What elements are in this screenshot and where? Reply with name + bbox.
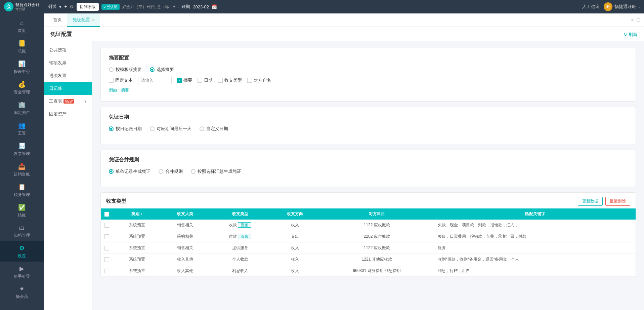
page-header: 凭证配置 ↻ 刷新: [44, 27, 644, 41]
window-maximize-icon[interactable]: □: [637, 17, 640, 23]
radio-single[interactable]: 单条记录生成凭证: [109, 168, 151, 175]
radio-summary-gen-circle: [191, 169, 196, 174]
sidebar-item-fixed-asset[interactable]: 🏢 固定资产: [0, 98, 44, 118]
merge-title: 凭证合并规则: [109, 157, 628, 163]
sidebar-item-tax[interactable]: 📋 税务管理: [0, 180, 44, 200]
cell-keywords: 项目，日常费用，报销款，车费，承兑汇票，付款: [434, 231, 636, 242]
topbar-plus[interactable]: +: [64, 4, 67, 10]
page-content: 凭证配置 ↻ 刷新 公共选项 销项发票 进项发票: [44, 27, 644, 310]
topbar-right: 人工咨询 旺 畅捷通旺旺...: [582, 2, 640, 11]
row-checkbox-0[interactable]: [104, 223, 109, 228]
fixed-text-input[interactable]: [138, 77, 172, 84]
refresh-btn[interactable]: ↻ 刷新: [624, 32, 637, 38]
nav-item-purchase-invoice[interactable]: 进项发票: [44, 69, 92, 82]
radio-template[interactable]: 按模板版摘要: [109, 67, 142, 73]
table-row: 系统预置采购相关付款 置顶支出2202 应付账款项目，日常费用，报销款，车费，承…: [101, 231, 636, 242]
check-fixed-text[interactable]: 固定文本: [109, 77, 133, 83]
cell-big-category: 收入其他: [161, 265, 209, 277]
row-checkbox-1[interactable]: [104, 234, 109, 239]
sidebar-item-archive[interactable]: 🗂 归档管理: [0, 221, 44, 241]
col-check[interactable]: [101, 208, 113, 220]
sidebar-label-settle: 结账: [18, 212, 26, 218]
nav-item-sales-invoice[interactable]: 销项发票: [44, 56, 92, 69]
product-tags: 好会计（专）+好生意（标）+...: [122, 4, 179, 10]
user-info[interactable]: 旺 畅捷通旺旺...: [604, 2, 640, 11]
topbar-settings-icon[interactable]: ⚙: [70, 4, 74, 9]
radio-custom-date[interactable]: 自定义日期: [200, 126, 228, 132]
sidebar-label-salary: 工资: [18, 130, 26, 136]
radio-single-circle: [109, 169, 114, 174]
sidebar-label-archive: 归档管理: [14, 233, 30, 238]
table-row: 系统预置收入其他个人收款收入1221 其他应收款收到*借款，收到*备用金，退回*…: [101, 254, 636, 265]
cell-keywords: 服务: [434, 242, 636, 254]
sidebar-item-settle[interactable]: ✅ 结账: [0, 200, 44, 221]
nav-item-public[interactable]: 公共选项: [44, 44, 92, 56]
check-income-type[interactable]: 收支类型: [218, 77, 242, 83]
calendar-icon[interactable]: 📅: [212, 4, 217, 9]
table-row: 系统预置销售相关收款 置顶收入1122 应收账款欠款，现金，项目款，到款，报销款…: [101, 220, 636, 231]
tab-bar: 首页 凭证配置 × × □: [44, 13, 644, 27]
tab-home[interactable]: 首页: [48, 13, 67, 27]
topbar-center: 测试 ▾ + ⚙ 切到旧版 ✓已认证 好会计（专）+好生意（标）+... 账期 …: [48, 3, 582, 11]
radio-merge[interactable]: 合并规则: [159, 168, 183, 175]
topbar: 会 畅捷通好会计 专业版 测试 ▾ + ⚙ 切到旧版 ✓已认证 好会计（专）+好…: [0, 0, 644, 13]
row-checkbox-2[interactable]: [104, 246, 109, 250]
radio-journal-date[interactable]: 按日记账日期: [109, 126, 142, 132]
sidebar-item-ledger[interactable]: 📒 总账: [0, 36, 44, 57]
switch-version-btn[interactable]: 切到旧版: [77, 3, 99, 11]
delete-btn[interactable]: 批量删除: [605, 197, 630, 206]
cell-category: 系统预置: [113, 220, 161, 231]
user-name: 畅捷通旺旺...: [614, 4, 640, 10]
sidebar-label-fixed-asset: 固定资产: [14, 110, 30, 116]
sidebar-item-report[interactable]: 📊 报表中心: [0, 57, 44, 77]
sidebar-item-home[interactable]: ⌂ 首页: [0, 16, 44, 36]
cell-subject: 1221 其他应收款: [319, 254, 434, 265]
left-nav: 公共选项 销项发票 进项发票 日记账 工资表 NEW: [44, 41, 92, 310]
top-tag[interactable]: 置顶: [238, 222, 251, 228]
topbar-arrow: ▾: [59, 4, 61, 9]
sidebar-item-member[interactable]: ♥ 畅会员: [0, 282, 44, 302]
sidebar-label-settings: 设置: [18, 253, 26, 259]
consult-label[interactable]: 人工咨询: [582, 4, 600, 10]
check-counterpart[interactable]: 对方户名: [247, 77, 271, 83]
top-tag[interactable]: 置顶: [238, 234, 251, 239]
sidebar-item-purchase[interactable]: 📥 进销台账: [0, 159, 44, 180]
logo-icon: 会: [4, 2, 13, 11]
report-icon: 📊: [18, 60, 26, 68]
col-category: 类别 ↕: [113, 208, 161, 220]
radio-period-last[interactable]: 对应期间最后一天: [150, 126, 191, 132]
salary-icon: 👥: [18, 122, 26, 129]
row-checkbox-3[interactable]: [104, 257, 109, 262]
nav-item-fixed-assets[interactable]: 固定资产: [44, 108, 92, 120]
sidebar-item-invoice[interactable]: 🧾 发票管理: [0, 139, 44, 159]
check-summary[interactable]: ✓ 摘要: [177, 77, 192, 83]
radio-summary-gen[interactable]: 按照选择汇总生成凭证: [191, 168, 241, 175]
select-all-checkbox[interactable]: [104, 212, 109, 217]
window-close-icon[interactable]: ×: [631, 17, 634, 23]
radio-select[interactable]: 选择摘要: [150, 67, 174, 73]
check-date[interactable]: 日期: [198, 77, 213, 83]
tab-voucher-config[interactable]: 凭证配置 ×: [67, 13, 100, 27]
row-checkbox-4[interactable]: [104, 269, 109, 273]
ledger-icon: 📒: [18, 40, 26, 47]
purchase-icon: 📥: [18, 163, 26, 170]
merge-radio-group: 单条记录生成凭证 合并规则 按照选择汇总生成凭证: [109, 168, 628, 175]
tab-close-icon[interactable]: ×: [92, 17, 94, 22]
two-panel: 公共选项 销项发票 进项发票 日记账 工资表 NEW: [44, 41, 644, 310]
update-btn[interactable]: 更新数据: [578, 197, 603, 206]
nav-item-salary-table[interactable]: 工资表 NEW ▾: [44, 95, 92, 108]
sidebar-item-settings[interactable]: ⚙ 设置: [0, 241, 44, 262]
cell-keywords: 欠款，现金，项目款，到款，报销款，汇入，...: [434, 220, 636, 231]
cell-income-type: 提供服务: [209, 242, 271, 254]
radio-merge-circle: [159, 169, 163, 174]
fund-icon: 💰: [18, 81, 26, 88]
sidebar-item-guide[interactable]: ▶ 新手引导: [0, 262, 44, 282]
period-value: 2023-02: [193, 4, 209, 9]
cell-direction: 收入: [271, 254, 319, 265]
cell-subject: 1122 应收账款: [319, 242, 434, 254]
fixed-asset-icon: 🏢: [18, 101, 26, 109]
sidebar-item-fund[interactable]: 💰 资金管理: [0, 77, 44, 98]
cell-big-category: 收入其他: [161, 254, 209, 265]
sidebar-item-salary[interactable]: 👥 工资: [0, 118, 44, 139]
nav-item-journal[interactable]: 日记账: [44, 82, 92, 95]
